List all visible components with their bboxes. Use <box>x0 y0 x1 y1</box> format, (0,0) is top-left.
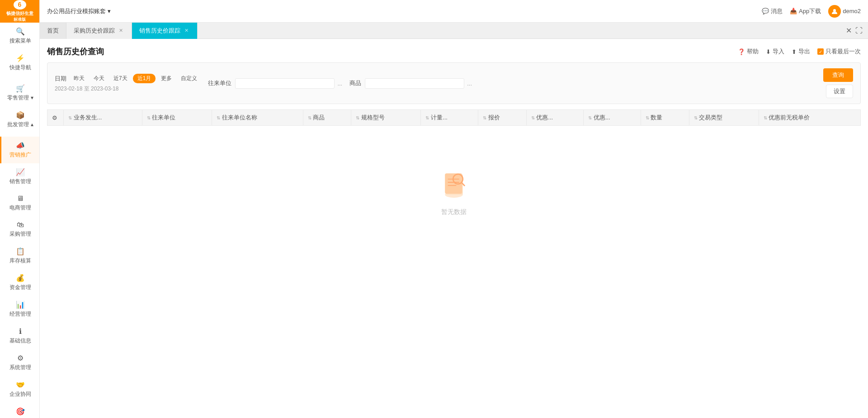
table-col-partner-code[interactable]: ⇅ 往来单位 <box>142 110 212 126</box>
sidebar-item-label: 企业协同 <box>9 390 31 398</box>
tab-purchase-history-close[interactable]: ✕ <box>118 27 124 34</box>
sort-icon: ⇅ <box>147 115 151 120</box>
sort-icon: ⇅ <box>646 115 649 120</box>
help-label: 帮助 <box>747 48 759 56</box>
table-col-pretax-price[interactable]: ⇅ 优惠前无税单价 <box>759 110 860 126</box>
tab-purchase-history[interactable]: 采购历史价跟踪 ✕ <box>66 23 132 39</box>
only-last-checkbox[interactable]: ✓ 只看最后一次 <box>817 48 861 56</box>
data-table: ⚙ ⇅ 业务发生... ⇅ 往来单位 ⇅ 往来单位名称 ⇅ 商品 <box>47 109 861 252</box>
app-download-label: App下载 <box>799 7 821 15</box>
avatar <box>828 5 841 18</box>
date-btn-last1month[interactable]: 近1月 <box>133 74 156 83</box>
industry-template[interactable]: 办公用品行业模拟账套 ▾ <box>47 7 111 15</box>
sidebar-item-basic-info[interactable]: ℹ 基础信息 <box>0 323 39 349</box>
sidebar-item-marketing[interactable]: 📣 营销推广 <box>0 137 39 163</box>
page-header-actions: ❓ 帮助 ⬇ 导入 ⬆ 导出 ✓ 只看最后一次 <box>738 48 861 56</box>
sidebar-item-system-mgmt[interactable]: ⚙ 系统管理 <box>0 349 39 376</box>
import-action[interactable]: ⬇ 导入 <box>766 48 784 56</box>
app-download-action[interactable]: 📥 App下载 <box>790 7 821 15</box>
dropdown-icon: ▾ <box>108 8 111 14</box>
sort-icon: ⇅ <box>68 115 72 120</box>
sidebar-item-label: 零售管理 ▾ <box>7 94 33 102</box>
table-col-discount1[interactable]: ⇅ 优惠... <box>526 110 584 126</box>
app-download-icon: 📥 <box>790 8 797 14</box>
sort-icon: ⇅ <box>217 115 220 120</box>
user-menu[interactable]: demo2 <box>828 5 861 18</box>
partner-dots[interactable]: ... <box>337 80 342 87</box>
main-area: 办公用品行业模拟账套 ▾ 💬 消息 📥 App下载 demo2 首页 <box>40 0 868 418</box>
tab-sales-history-close[interactable]: ✕ <box>183 27 190 34</box>
finance-icon: 💰 <box>16 274 25 282</box>
sidebar-item-search-menu[interactable]: 🔍 搜索菜单 <box>0 23 39 49</box>
export-action[interactable]: ⬆ 导出 <box>792 48 810 56</box>
query-button[interactable]: 查询 <box>823 68 853 82</box>
sidebar-item-label: 基础信息 <box>9 337 31 345</box>
message-label: 消息 <box>771 7 783 15</box>
date-btn-today[interactable]: 今天 <box>90 74 108 83</box>
close-window-btn[interactable]: ✕ <box>846 26 852 35</box>
table-col-trade-type[interactable]: ⇅ 交易类型 <box>689 110 759 126</box>
settings-button[interactable]: 设置 <box>826 85 853 98</box>
export-label: 导出 <box>798 48 810 56</box>
date-shortcuts: 昨天 今天 近7天 近1月 更多 自定义 <box>70 74 201 83</box>
inventory-icon: 📋 <box>16 247 25 256</box>
maximize-window-btn[interactable]: ⛶ <box>855 27 863 35</box>
message-icon: 💬 <box>762 8 769 14</box>
sidebar-item-retail-mgmt[interactable]: 🛒 零售管理 ▾ <box>0 80 39 106</box>
export-icon: ⬆ <box>792 48 797 55</box>
table-col-discount2[interactable]: ⇅ 优惠... <box>584 110 641 126</box>
message-action[interactable]: 💬 消息 <box>762 7 783 15</box>
sidebar-item-quick-nav[interactable]: ⚡ 快捷导航 <box>0 49 39 76</box>
checkbox-icon: ✓ <box>817 48 824 55</box>
sidebar-item-ecommerce[interactable]: 🖥 电商管理 <box>0 190 39 216</box>
purchase-mgmt-icon: 🛍 <box>17 221 24 229</box>
sidebar-item-new-guide[interactable]: 🎯 新手引导 <box>0 403 39 418</box>
date-btn-yesterday[interactable]: 昨天 <box>70 74 88 83</box>
table-col-settings[interactable]: ⚙ <box>47 110 64 126</box>
filter-bar: 日期 昨天 今天 近7天 近1月 更多 自定义 2023-02-18 至 202… <box>47 62 861 104</box>
sidebar-item-sales-mgmt[interactable]: 📈 销售管理 <box>0 163 39 190</box>
date-btn-last7days[interactable]: 近7天 <box>110 74 131 83</box>
table-col-quantity[interactable]: ⇅ 数量 <box>641 110 689 126</box>
sort-icon: ⇅ <box>425 115 429 120</box>
table-col-partner-name[interactable]: ⇅ 往来单位名称 <box>212 110 303 126</box>
sort-icon: ⇅ <box>483 115 486 120</box>
sidebar-item-purchase-mgmt[interactable]: 🛍 采购管理 <box>0 216 39 242</box>
table-col-unit[interactable]: ⇅ 计量... <box>421 110 478 126</box>
table-col-biz-date[interactable]: ⇅ 业务发生... <box>64 110 142 126</box>
partner-input[interactable] <box>235 78 335 89</box>
sidebar-item-inventory[interactable]: 📋 库存核算 <box>0 242 39 269</box>
table-settings-icon: ⚙ <box>52 114 57 121</box>
table-col-goods[interactable]: ⇅ 商品 <box>303 110 351 126</box>
date-btn-more[interactable]: 更多 <box>157 74 175 83</box>
sidebar-item-operation[interactable]: 📊 经营管理 <box>0 296 39 323</box>
goods-label: 商品 <box>349 79 361 87</box>
sidebar-item-label: 批发管理 ▴ <box>7 121 33 128</box>
table-col-spec[interactable]: ⇅ 规格型号 <box>351 110 421 126</box>
sidebar-item-label: 系统管理 <box>9 364 31 371</box>
tab-home[interactable]: 首页 <box>40 23 66 39</box>
filter-date-group: 日期 昨天 今天 近7天 近1月 更多 自定义 2023-02-18 至 202… <box>55 74 201 93</box>
sidebar-item-label: 库存核算 <box>9 257 31 265</box>
wholesale-mgmt-icon: 📦 <box>16 111 25 119</box>
sidebar-item-label: 采购管理 <box>9 230 31 238</box>
table-container: ⚙ ⇅ 业务发生... ⇅ 往来单位 ⇅ 往来单位名称 ⇅ 商品 <box>47 109 861 252</box>
sidebar-item-label: 快捷导航 <box>9 64 31 71</box>
search-menu-icon: 🔍 <box>16 27 25 36</box>
goods-input[interactable] <box>365 78 464 89</box>
table-col-price[interactable]: ⇅ 报价 <box>478 110 526 126</box>
date-btn-custom[interactable]: 自定义 <box>177 74 201 83</box>
sidebar-item-enterprise[interactable]: 🤝 企业协同 <box>0 376 39 403</box>
sidebar-item-wholesale-mgmt[interactable]: 📦 批发管理 ▴ <box>0 106 39 133</box>
sidebar-item-label: 销售管理 <box>9 178 31 185</box>
goods-dots[interactable]: ... <box>467 80 472 87</box>
sidebar-item-finance[interactable]: 💰 资金管理 <box>0 269 39 296</box>
logo-text: 6 <box>18 1 22 9</box>
partner-input-group: ... <box>235 78 342 89</box>
page-content: 销售历史价查询 ❓ 帮助 ⬇ 导入 ⬆ 导出 ✓ 只看最后一次 <box>40 39 868 418</box>
goods-input-group: ... <box>365 78 472 89</box>
sidebar-item-label: 营销推广 <box>9 151 31 159</box>
help-action[interactable]: ❓ 帮助 <box>738 48 759 56</box>
topbar-actions: 💬 消息 📥 App下载 demo2 <box>762 5 861 18</box>
tab-sales-history[interactable]: 销售历史价跟踪 ✕ <box>132 23 198 39</box>
